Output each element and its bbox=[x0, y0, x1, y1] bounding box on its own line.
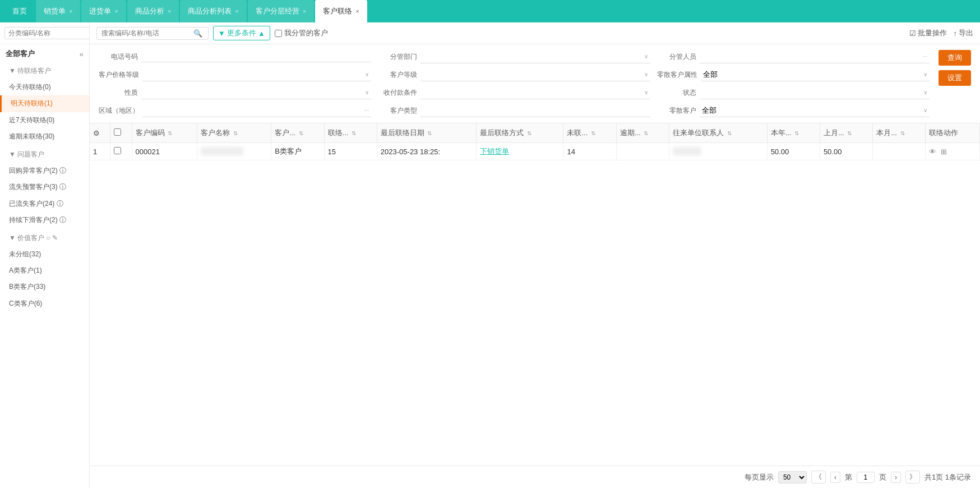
sidebar-item-declining[interactable]: 持续下滑客户(2) ⓘ bbox=[0, 212, 89, 228]
sidebar-item-7days[interactable]: 近7天待联络(0) bbox=[0, 112, 89, 128]
export-button[interactable]: ↑ 导出 bbox=[954, 28, 974, 38]
filter-row-3: 性质 ∨ 收付款条件 ∨ bbox=[99, 86, 930, 99]
sidebar-item-tomorrow[interactable]: 明天待联络(1) bbox=[0, 95, 89, 112]
col-last-method[interactable]: 最后联络方式 ⇅ bbox=[477, 123, 563, 143]
col-code[interactable]: 客户编码 ⇅ bbox=[132, 123, 197, 143]
filter-status-select[interactable]: ∨ bbox=[700, 86, 930, 99]
toolbar-search-box[interactable]: 🔍 bbox=[96, 27, 209, 40]
col-settings[interactable]: ⚙ bbox=[90, 123, 110, 143]
nav-item-purchase[interactable]: 进货单 × bbox=[81, 0, 126, 22]
my-customers-checkbox[interactable] bbox=[275, 30, 282, 37]
action-icons: 👁 ⊞ bbox=[929, 148, 976, 156]
filter-price-grade-select[interactable]: ∨ bbox=[142, 68, 371, 81]
filter-customer-type-select[interactable] bbox=[420, 104, 650, 117]
nav-item-analysis-list[interactable]: 商品分析列表 × bbox=[180, 0, 246, 22]
last-page-button[interactable]: 》 bbox=[905, 471, 920, 484]
filter-icon: ▼ bbox=[218, 29, 225, 38]
filter-payment-select[interactable]: ∨ bbox=[420, 86, 650, 99]
sidebar-item-a-class[interactable]: A类客户(1) bbox=[0, 263, 89, 279]
filter-region-select[interactable]: ··· bbox=[142, 104, 371, 117]
close-icon[interactable]: × bbox=[69, 8, 72, 15]
my-customers-checkbox-label[interactable]: 我分管的客户 bbox=[275, 28, 328, 38]
qr-icon[interactable]: ⊞ bbox=[941, 148, 947, 156]
chevron-down-icon: ∨ bbox=[365, 89, 369, 95]
filter-phone-input[interactable] bbox=[141, 52, 371, 62]
page-input[interactable] bbox=[857, 472, 875, 483]
close-icon[interactable]: × bbox=[168, 8, 171, 15]
close-icon[interactable]: × bbox=[303, 8, 306, 15]
toolbar-right: ☑ 批量操作 ↑ 导出 bbox=[909, 28, 974, 38]
filter-person-select[interactable]: ··· bbox=[700, 50, 930, 63]
filter-dept-select[interactable]: ∨ bbox=[420, 50, 650, 63]
col-name[interactable]: 客户名称 ⇅ bbox=[197, 123, 271, 143]
nav-item-customer-tier[interactable]: 客户分层经营 × bbox=[248, 0, 314, 22]
sidebar-item-today[interactable]: 今天待联络(0) bbox=[0, 79, 89, 95]
cell-no-contact: 14 bbox=[563, 143, 616, 160]
more-filter-button[interactable]: ▼ 更多条件 ▲ bbox=[213, 26, 270, 40]
sidebar-item-churned[interactable]: 已流失客户(24) ⓘ bbox=[0, 196, 89, 212]
prev-page-button[interactable]: ‹ bbox=[830, 472, 840, 483]
cell-last-method[interactable]: 下销货单 bbox=[477, 143, 563, 160]
filter-panel: 电话号码 分管部门 ∨ 分管人员 bbox=[90, 44, 980, 123]
sidebar-section-value: ▼ 价值客户 ○ ✎ bbox=[0, 228, 89, 246]
nav-item-sales[interactable]: 销货单 × bbox=[36, 0, 80, 22]
chevron-down-icon: ∨ bbox=[644, 71, 648, 77]
filter-field-nature: 性质 ∨ bbox=[99, 86, 371, 99]
search-icon[interactable]: 🔍 bbox=[193, 29, 202, 38]
filter-grade-select[interactable]: ∨ bbox=[420, 68, 650, 81]
ellipsis-icon: ··· bbox=[923, 53, 927, 59]
col-last-month[interactable]: 上月... ⇅ bbox=[820, 123, 872, 143]
select-all-checkbox[interactable] bbox=[114, 128, 121, 136]
sidebar-item-b-class[interactable]: B类客户(33) bbox=[0, 279, 89, 295]
collapse-icon[interactable]: « bbox=[80, 50, 84, 58]
nav-item-customer-contact[interactable]: 客户联络 × bbox=[315, 0, 367, 22]
table-container[interactable]: ⚙ 客户编码 ⇅ 客户名称 ⇅ 客户... ⇅ 联络... ⇅ 最后联络日期 ⇅… bbox=[90, 123, 980, 466]
col-this-year[interactable]: 本年... ⇅ bbox=[767, 123, 820, 143]
chevron-down-icon: ∨ bbox=[644, 89, 648, 95]
cell-unit-contact: 联系人 bbox=[669, 143, 767, 160]
nav-item-home[interactable]: 首页 bbox=[4, 0, 35, 22]
pagination-bar: 每页显示 50 100 200 《 ‹ 第 页 › 》 共1页 1条记录 bbox=[90, 466, 980, 488]
batch-operation-button[interactable]: ☑ 批量操作 bbox=[909, 28, 947, 38]
sidebar-all-customers[interactable]: 全部客户 « bbox=[0, 44, 89, 61]
toolbar: 🔍 ▼ 更多条件 ▲ 我分管的客户 ☑ 批量操作 ↑ 导出 bbox=[90, 22, 980, 44]
close-icon[interactable]: × bbox=[114, 8, 118, 15]
col-actions: 联络动作 bbox=[926, 123, 980, 143]
sidebar-section-problem: ▼ 问题客户 bbox=[0, 145, 89, 163]
table-header-row: ⚙ 客户编码 ⇅ 客户名称 ⇅ 客户... ⇅ 联络... ⇅ 最后联络日期 ⇅… bbox=[90, 123, 980, 143]
close-icon[interactable]: × bbox=[235, 8, 238, 15]
col-last-date[interactable]: 最后联络日期 ⇅ bbox=[377, 123, 476, 143]
filter-nature-select[interactable]: ∨ bbox=[141, 86, 371, 99]
settings-button[interactable]: 设置 bbox=[939, 70, 971, 86]
col-unit-contact[interactable]: 往来单位联系人 ⇅ bbox=[669, 123, 767, 143]
first-page-button[interactable]: 《 bbox=[811, 471, 826, 484]
sidebar-item-overdue[interactable]: 逾期未联络(30) bbox=[0, 128, 89, 145]
sidebar-item-repurchase-abnormal[interactable]: 回购异常客户(2) ⓘ bbox=[0, 163, 89, 179]
sidebar-item-ungrouped[interactable]: 未分组(32) bbox=[0, 246, 89, 263]
query-button[interactable]: 查询 bbox=[939, 50, 971, 66]
cell-contact-count: 15 bbox=[324, 143, 377, 160]
per-page-select[interactable]: 50 100 200 bbox=[778, 471, 807, 484]
col-type[interactable]: 客户... ⇅ bbox=[271, 123, 324, 143]
page-label: 第 bbox=[845, 472, 852, 482]
sidebar-search-input[interactable] bbox=[4, 27, 90, 39]
cell-checkbox[interactable] bbox=[110, 143, 132, 160]
cell-actions[interactable]: 👁 ⊞ bbox=[926, 143, 980, 160]
ellipsis-icon: ··· bbox=[364, 107, 369, 113]
search-input[interactable] bbox=[101, 29, 191, 37]
nav-item-analysis[interactable]: 商品分析 × bbox=[127, 0, 179, 22]
sidebar-item-churn-warning[interactable]: 流失预警客户(3) ⓘ bbox=[0, 179, 89, 195]
col-contact-count[interactable]: 联络... ⇅ bbox=[324, 123, 377, 143]
eye-icon[interactable]: 👁 bbox=[929, 148, 936, 156]
col-no-contact[interactable]: 未联... ⇅ bbox=[563, 123, 616, 143]
col-overdue[interactable]: 逾期... ⇅ bbox=[616, 123, 669, 143]
sidebar-search-area: 🔍 bbox=[0, 22, 89, 44]
row-checkbox[interactable] bbox=[114, 147, 121, 154]
col-this-month[interactable]: 本月... ⇅ bbox=[873, 123, 926, 143]
close-icon[interactable]: × bbox=[355, 8, 359, 15]
next-page-button[interactable]: › bbox=[891, 472, 901, 483]
sidebar-item-c-class[interactable]: C类客户(6) bbox=[0, 296, 89, 312]
filter-retail-attr-select[interactable]: 全部 ∨ bbox=[701, 68, 930, 81]
filter-retail-customer-select[interactable]: 全部 ∨ bbox=[700, 104, 930, 117]
col-checkbox[interactable] bbox=[110, 123, 132, 143]
